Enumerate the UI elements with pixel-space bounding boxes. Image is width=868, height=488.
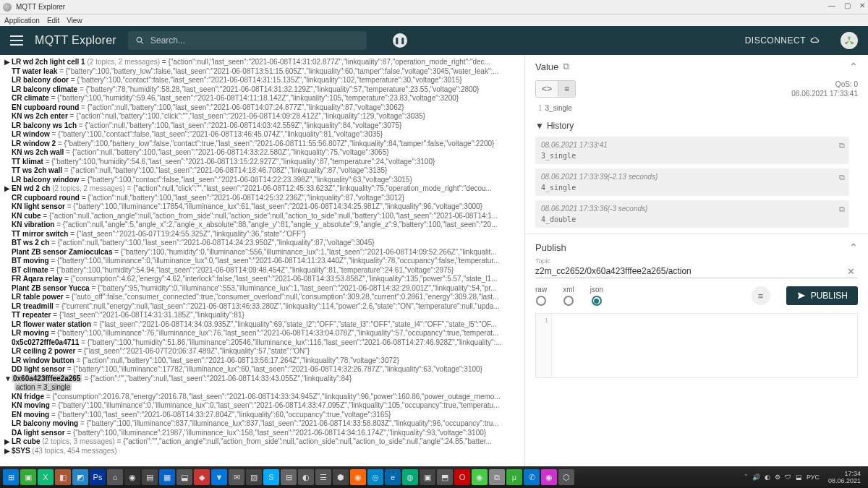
start-button[interactable]: ⊞ [3,469,19,485]
tray-icon[interactable]: ◐ [765,474,770,481]
topic-row[interactable]: BT ws 2 ch = {"action":null,"battery":10… [4,239,520,248]
topic-row[interactable]: TT water leak = {"battery":100,"battery_… [4,67,520,77]
topic-row[interactable]: BT climate = {"battery":100,"humidity":5… [4,266,520,275]
topic-child[interactable]: action = 3_single [4,383,520,393]
topic-row[interactable]: TT repeater = {"last_seen":"2021-06-08T1… [4,311,520,320]
search-input[interactable] [150,35,359,46]
topic-row[interactable]: Plant ZB sensor Zamioculcas = {"battery"… [4,248,520,257]
topic-row[interactable]: 0x5c0272fffe0a4711 = {"battery":100,"hum… [4,338,520,348]
topic-row[interactable]: KN light sensor = {"battery":100,"illumi… [4,202,520,212]
tray-icon[interactable]: ⬓ [796,474,802,481]
taskbar-app[interactable]: ◆ [194,469,210,485]
taskbar-app[interactable]: ⬒ [437,469,453,485]
publish-button[interactable]: PUBLISH [786,286,858,305]
taskbar-app[interactable]: μ [506,469,522,485]
topic-row[interactable]: LR balcony moving = {"battery":100,"illu… [4,419,520,429]
topic-row[interactable]: LR window = {"battery":100,"contact":fal… [4,130,520,140]
topic-row[interactable]: KN ws 2ch wall = {"action":null,"battery… [4,148,520,158]
topic-row[interactable]: Plant ZB sensor Yucca = {"battery":95,"h… [4,284,520,294]
topic-row[interactable]: TT klimat = {"battery":100,"humidity":54… [4,158,520,167]
menu-view[interactable]: View [67,17,82,25]
taskbar-app[interactable]: S [263,469,279,485]
taskbar-app[interactable]: O [454,469,470,485]
topic-row[interactable]: LR window button = {"action":null,"batte… [4,356,520,366]
taskbar-app[interactable]: ⬓ [176,469,192,485]
tray-lang[interactable]: РУС [807,474,820,481]
topic-row[interactable]: LR balcony window = {"battery":100,"cont… [4,176,520,185]
topic-row[interactable]: TT mirror switch = {"last_seen":"2021-06… [4,230,520,239]
format-json[interactable]: json [590,286,603,306]
taskbar-app[interactable]: ◐ [298,469,314,485]
disconnect-button[interactable]: DISCONNECT [745,35,820,46]
taskbar-app[interactable]: ▧ [246,469,262,485]
topic-row[interactable]: LR treadmill = {"current":null,"energy":… [4,302,520,312]
topic-row[interactable]: ▶LR wd 2ch light cell 1 (2 topics, 2 mes… [4,58,520,67]
topic-input[interactable] [535,265,844,278]
history-item[interactable]: 08.06.2021 17:33:36(-3 seconds)4_double⧉ [535,200,849,228]
topic-tree[interactable]: ▶LR wd 2ch light cell 1 (2 topics, 2 mes… [0,55,524,466]
topic-row[interactable]: ▶EN wd 2 ch (2 topics, 2 messages) = {"a… [4,184,520,194]
taskbar-app[interactable]: ▤ [142,469,158,485]
history-item[interactable]: 08.06.2021 17:33:39(-2.13 seconds)4_sing… [535,168,849,196]
os-taskbar[interactable]: ⊞ ▣ X ◧ ◩ Ps ⌂ ◉ ▤ ▦ ⬓ ◆ ▼ ✉ ▧ S ⊟ ◐ ☰ ⬢… [0,466,868,488]
hamburger-icon[interactable] [10,35,23,46]
taskbar-app[interactable]: ⧉ [489,469,505,485]
format-raw[interactable]: raw [535,286,547,306]
topic-row[interactable]: DA light sensor = {"battery":100,"illumi… [4,429,520,438]
topic-row[interactable]: CR climate = {"battery":100,"humidity":5… [4,94,520,103]
topic-row[interactable]: LR ceiling 2 power = {"last_seen":"2021-… [4,347,520,356]
copy-icon[interactable]: ⧉ [839,141,845,150]
value-view-toggle[interactable]: <> ≡ [535,80,576,98]
taskbar-app[interactable]: X [38,469,54,485]
history-item[interactable]: 08.06.2021 17:33:413_single⧉ [535,137,849,164]
topic-row[interactable]: ▶$SYS (43 topics, 454 messages) [4,447,520,456]
system-tray[interactable]: ˄ 🔊 ◐ ⚙ 🛡 ⬓ РУС 17:34 08.06.2021 [744,470,865,484]
taskbar-app[interactable]: ◎ [367,469,383,485]
menu-application[interactable]: Application [4,17,40,25]
taskbar-app[interactable]: ◉ [350,469,366,485]
connection-avatar[interactable] [841,32,858,49]
taskbar-app[interactable]: Ps [90,469,106,485]
copy-icon[interactable]: ⧉ [839,205,845,214]
taskbar-app[interactable]: ◉ [124,469,140,485]
topic-row[interactable]: TT ws 2ch wall = {"action":null,"battery… [4,166,520,176]
history-header[interactable]: ▼ History [525,118,868,134]
topic-row[interactable]: EN moving = {"battery":100,"last_seen":"… [4,411,520,420]
taskbar-clock[interactable]: 17:34 08.06.2021 [824,470,865,484]
topic-row[interactable]: KN moving = {"battery":100,"illuminance"… [4,401,520,411]
taskbar-app[interactable]: ▣ [420,469,435,485]
topic-row[interactable]: KN fridge = {"consumption":2016.78,"ener… [4,393,520,402]
topic-row[interactable]: KN vibration = {"action":null,"angle":5,… [4,221,520,230]
topic-row[interactable]: ▶LR cube (2 topics, 3 messages) = {"acti… [4,437,520,447]
search-box[interactable] [128,31,367,50]
topic-row[interactable]: ▼0x60a423fffee2a265 = {"action":"","batt… [4,374,520,384]
format-xml[interactable]: xml [563,286,574,306]
clear-topic-icon[interactable]: ✕ [844,266,858,277]
topic-row[interactable]: DD light sensor = {"battery":100,"illumi… [4,365,520,374]
topic-row[interactable]: LR moving = {"battery":100,"illuminance"… [4,329,520,338]
taskbar-app[interactable]: ☰ [315,469,331,485]
copy-icon[interactable]: ⧉ [563,61,569,72]
copy-icon[interactable]: ⧉ [839,173,845,182]
taskbar-app[interactable]: ◍ [402,469,418,485]
topic-row[interactable]: EN cupboard round = {"action":null,"batt… [4,103,520,113]
payload-editor[interactable]: 1 [535,313,858,378]
tray-icon[interactable]: ⚙ [775,474,780,481]
topic-row[interactable]: FR Aqara relay = {"consumption":4.62,"en… [4,275,520,284]
topic-row[interactable]: KN cube = {"action":null,"action_angle":… [4,212,520,221]
taskbar-app[interactable]: ⬢ [333,469,349,485]
topic-row[interactable]: BT moving = {"battery":100,"illuminance"… [4,257,520,266]
taskbar-app[interactable]: ✆ [524,469,540,485]
topic-row[interactable]: LR table power = {"auto_off":false,"cons… [4,293,520,302]
taskbar-app[interactable]: ◉ [541,469,557,485]
menu-edit[interactable]: Edit [47,17,59,25]
pause-button[interactable]: ❚❚ [393,33,407,48]
topic-row[interactable]: LR window 2 = {"battery":100,"battery_lo… [4,140,520,149]
collapse-publish-icon[interactable]: ⌃ [849,241,858,253]
taskbar-app[interactable]: ▦ [159,469,175,485]
maximize-icon[interactable]: ▢ [844,1,851,9]
taskbar-app[interactable]: ✉ [229,469,244,485]
topic-row[interactable]: LR balcony ws 1ch = {"action":null,"batt… [4,121,520,131]
topic-row[interactable]: KN ws 2ch enter = {"action":null,"batter… [4,112,520,121]
taskbar-app[interactable]: ▼ [211,469,227,485]
